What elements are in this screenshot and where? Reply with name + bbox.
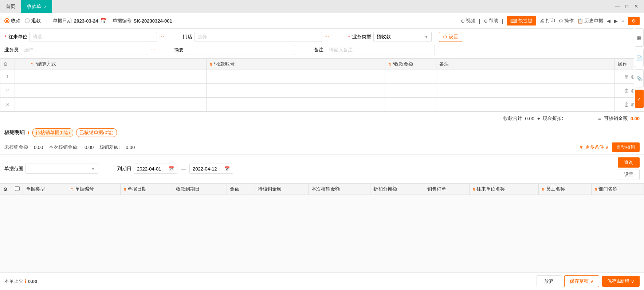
settlement-cell-2[interactable] [28, 84, 207, 98]
footer-value: 0.00 [28, 279, 37, 284]
settlement-cell[interactable] [28, 70, 207, 84]
toolbar: 收款 退款 单据日期 2023-03-24 📅 单据编号 SK-20230324… [0, 13, 644, 29]
side-expand-button[interactable]: ⤢ [635, 90, 644, 108]
date-end-input[interactable]: 2022-04-12 📅 [189, 164, 233, 174]
settings-button[interactable]: ⚙ 设置 [439, 32, 462, 42]
footer-info-icon[interactable]: ℹ [25, 279, 27, 284]
account-cell-2[interactable] [207, 84, 385, 98]
settlement-input-3[interactable] [28, 98, 206, 111]
query-button[interactable]: 查询 [618, 157, 640, 168]
window-close-button[interactable]: ✕ [633, 4, 640, 9]
radio-refund[interactable]: 退款 [25, 17, 41, 24]
bottom-table: ⚙ 单据类型 ⇅ 单据编号 [0, 183, 644, 195]
settlement-input-2[interactable] [28, 84, 206, 97]
delete-icon-2[interactable]: 🗑 [624, 88, 629, 94]
radio-receive[interactable]: 收款 [4, 17, 20, 24]
tab-home[interactable]: 首页 [0, 0, 21, 13]
data-table: ⚙ ⇅ *结算方式 ⇅ *收款账号 ⇅ *收款金额 [0, 58, 644, 111]
account-cell[interactable] [207, 70, 385, 84]
amount-cell-3[interactable] [385, 98, 436, 111]
shortcut-button[interactable]: ⌨ 快捷键 [507, 16, 536, 26]
nuclear-info-icon[interactable]: ℹ [28, 130, 30, 135]
notes-input[interactable]: 请输入备注 [326, 45, 435, 55]
business-type-select[interactable]: 预收款 ▼ [373, 32, 432, 42]
calendar-end-icon[interactable]: 📅 [224, 166, 230, 171]
save-draft-button[interactable]: 保存草稿 ∨ [564, 275, 599, 287]
store-more-icon[interactable]: ··· [324, 34, 329, 40]
select-all-checkbox[interactable] [15, 186, 20, 191]
operation-button[interactable]: ⚙ 操作 [559, 17, 574, 24]
sort-icon-account[interactable]: ⇅ [209, 62, 212, 66]
account-cell-3[interactable] [207, 98, 385, 111]
side-clip-button[interactable]: 📎 [635, 69, 644, 87]
maximize-button[interactable]: □ [624, 4, 630, 9]
settlement-input[interactable] [28, 70, 206, 83]
amount-cell[interactable] [385, 70, 436, 84]
calendar-icon[interactable]: 📅 [101, 18, 107, 24]
settlement-cell-3[interactable] [28, 98, 207, 111]
account-input[interactable] [207, 70, 385, 83]
minimize-button[interactable]: — [613, 4, 621, 9]
side-table-button[interactable]: ▦ [635, 28, 644, 47]
more-conditions-button[interactable]: ▼ 更多条件 ∧ [579, 144, 609, 150]
list-button[interactable]: ≡ [621, 18, 624, 24]
sort-from-unit[interactable]: ⇅ [472, 187, 475, 191]
notes-row-input[interactable] [436, 70, 614, 83]
nuclear-settings-button[interactable]: 设置 [618, 169, 640, 180]
abandon-button[interactable]: 放弃 [537, 275, 561, 287]
store-input[interactable]: 选择... [195, 32, 322, 42]
amount-input[interactable] [385, 70, 436, 83]
sort-icon[interactable]: ⇅ [31, 62, 34, 66]
sort-icon-amount[interactable]: ⇅ [388, 62, 391, 66]
shortcut-icon: ⌨ [510, 18, 517, 24]
calendar-start-icon[interactable]: 📅 [169, 166, 174, 171]
delete-icon-3[interactable]: 🗑 [624, 102, 629, 107]
auto-cancel-button[interactable]: 自动核销 [612, 142, 640, 152]
delete-icon[interactable]: 🗑 [624, 74, 629, 80]
abstract-input[interactable] [186, 45, 295, 55]
notes-row-input-3[interactable] [436, 98, 614, 111]
notes-label: 备注 [314, 47, 323, 53]
staff-input[interactable]: 选择... [21, 45, 148, 55]
amount-cell-2[interactable] [385, 84, 436, 98]
next-button[interactable]: ▶ [614, 18, 618, 24]
layout-button[interactable]: ⚙ [628, 17, 640, 25]
amount-input-2[interactable] [385, 84, 436, 97]
tab-current[interactable]: 收款单 × [21, 0, 52, 13]
col-due-date: 收款到期日 [173, 184, 227, 195]
account-input-3[interactable] [207, 98, 385, 111]
sort-employee[interactable]: ⇅ [542, 187, 545, 191]
table-settings-icon[interactable]: ⚙ [3, 61, 8, 67]
save-new-button[interactable]: 保存&新增 ∨ [602, 276, 640, 287]
range-field: 单据范围 ▼ [4, 164, 98, 174]
sort-doc-date[interactable]: ⇅ [123, 187, 126, 191]
notes-cell[interactable] [436, 70, 614, 84]
notes-row-input-2[interactable] [436, 84, 614, 97]
sort-dept[interactable]: ⇅ [594, 187, 597, 191]
help-button[interactable]: ⊙ 帮助 [484, 17, 498, 24]
video-button[interactable]: ⊙ 视频 [461, 17, 475, 24]
from-unit-more-icon[interactable]: ··· [159, 34, 164, 40]
staff-placeholder: 选择... [24, 47, 38, 53]
side-doc-button[interactable]: 📄 [635, 49, 644, 67]
tab-pending[interactable]: 待核销单据(0笔) [32, 128, 73, 137]
discount-input[interactable] [566, 115, 595, 122]
nuclear-title: 核销明细 [4, 129, 25, 136]
amount-input-3[interactable] [385, 98, 436, 111]
close-icon[interactable]: × [44, 4, 46, 9]
notes-cell-2[interactable] [436, 84, 614, 98]
from-unit-input[interactable]: 请选... [30, 32, 157, 42]
history-button[interactable]: 📋 历史单据 [577, 17, 603, 24]
range-select[interactable]: ▼ [25, 164, 98, 174]
print-button[interactable]: 🖨 打印 [540, 17, 555, 24]
staff-more-icon[interactable]: ··· [150, 47, 155, 53]
table2-settings-icon[interactable]: ⚙ [3, 187, 8, 192]
sort-doc-num[interactable]: ⇅ [71, 187, 74, 191]
total-label: 收款合计 [503, 115, 522, 122]
tab-done[interactable]: 已核销单据(0笔) [76, 128, 117, 137]
prev-button[interactable]: ◀ [607, 18, 610, 24]
due-date-label: 到期日 [117, 165, 131, 172]
notes-cell-3[interactable] [436, 98, 614, 111]
date-start-input[interactable]: 2022-04-01 📅 [134, 164, 177, 174]
account-input-2[interactable] [207, 84, 385, 97]
